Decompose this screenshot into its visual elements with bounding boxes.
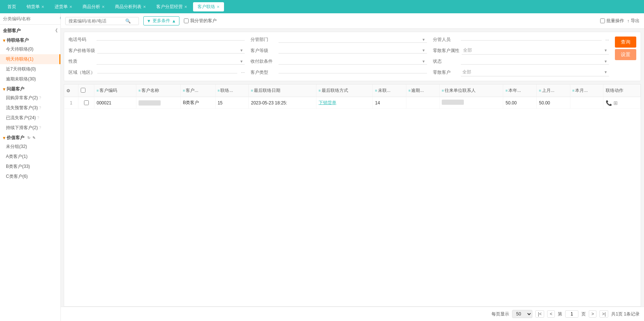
row-name: Ea bbox=[136, 97, 181, 109]
nav-close-icon[interactable]: ✕ bbox=[143, 5, 146, 9]
settings-button[interactable]: 设置 bbox=[615, 49, 636, 60]
sidebar-item-b-class[interactable]: B类客户(33) bbox=[0, 162, 60, 172]
col-name[interactable]: ≡客户名称 bbox=[136, 84, 181, 97]
export-button[interactable]: ↑ 导出 bbox=[627, 18, 640, 24]
settings-icon[interactable]: ⚙ bbox=[66, 88, 70, 93]
sidebar-item-tomorrow-contact[interactable]: 明天待联络(1) bbox=[0, 54, 60, 64]
query-button[interactable]: 查询 bbox=[615, 37, 636, 48]
filter-phone: 电话号码 bbox=[69, 37, 245, 43]
my-customers-checkbox[interactable]: 我分管的客户 bbox=[184, 18, 217, 24]
section-value-customers: ▾ 价值客户 ↻ ✎ bbox=[0, 133, 60, 142]
col-last-month[interactable]: ≡上月... bbox=[536, 84, 570, 97]
nav-home[interactable]: 首页 bbox=[3, 2, 21, 11]
nav-close-icon[interactable]: ✕ bbox=[41, 5, 44, 9]
nav-customer-contact[interactable]: 客户联络 ✕ bbox=[193, 2, 224, 11]
col-action[interactable]: 联络动作 bbox=[603, 84, 641, 97]
row-overdue bbox=[406, 97, 440, 109]
nav-customer-tier[interactable]: 客户分层经营 ✕ bbox=[152, 2, 192, 11]
filter-customer-type: 客户类型 bbox=[251, 69, 427, 76]
nav-product-analysis[interactable]: 商品分析 ✕ bbox=[78, 2, 109, 11]
filter-dept-select[interactable]: ▼ bbox=[279, 37, 427, 43]
more-filters-button[interactable]: ▼ 更多条件 ▲ bbox=[143, 16, 179, 25]
filter-person-input[interactable] bbox=[461, 39, 602, 41]
nav-product-analysis-list[interactable]: 商品分析列表 ✕ bbox=[111, 2, 150, 11]
filter-retail-customer-select[interactable]: 全部 ▼ bbox=[461, 68, 609, 76]
col-checkbox[interactable] bbox=[78, 84, 94, 97]
filter-phone-input[interactable] bbox=[97, 39, 245, 41]
col-last-date[interactable]: ≡最后联络日期 bbox=[249, 84, 316, 97]
col-last-method[interactable]: ≡最后联络方式 bbox=[316, 84, 372, 97]
prev-page-button[interactable]: < bbox=[547, 310, 555, 318]
col-contact-person[interactable]: ≡往来单位联系人 bbox=[440, 84, 503, 97]
row-not-contacted: 14 bbox=[373, 97, 406, 109]
action-grid-icon[interactable]: ⊞ bbox=[613, 100, 618, 106]
filter-person-dots[interactable]: ··· bbox=[605, 37, 609, 42]
sidebar-item-overdue-contact[interactable]: 逾期未联络(30) bbox=[0, 74, 60, 84]
nav-sales-order[interactable]: 销货单 ✕ bbox=[22, 2, 49, 11]
col-this-year[interactable]: ≡本年... bbox=[503, 84, 537, 97]
filter-customer-grade-select[interactable]: ▼ bbox=[279, 48, 427, 54]
filter-retail-customer: 零散客户 全部 ▼ bbox=[433, 68, 609, 76]
sidebar-item-a-class[interactable]: A类客户(1) bbox=[0, 152, 60, 162]
row-last-method[interactable]: 下销货单 bbox=[316, 97, 372, 109]
batch-check[interactable] bbox=[600, 18, 605, 23]
batch-operation-button[interactable]: 批量操作 bbox=[600, 18, 624, 24]
col-code[interactable]: ≡客户编码 bbox=[94, 84, 136, 97]
sidebar-item-ungrouped[interactable]: 未分组(32) bbox=[0, 142, 60, 152]
next-page-button[interactable]: > bbox=[589, 310, 596, 318]
nav-close-icon[interactable]: ✕ bbox=[217, 5, 220, 9]
col-this-month[interactable]: ≡本月... bbox=[570, 84, 603, 97]
filter-region-input[interactable] bbox=[97, 72, 237, 73]
search-input[interactable] bbox=[69, 18, 124, 24]
first-page-button[interactable]: |< bbox=[535, 310, 544, 318]
last-page-button[interactable]: >| bbox=[599, 310, 608, 318]
search-input-wrap[interactable]: 🔍 bbox=[65, 17, 139, 25]
filter-payment-label: 收付款条件 bbox=[251, 58, 276, 65]
sidebar-item-7days-contact[interactable]: 近7天待联络(0) bbox=[0, 64, 60, 74]
row-action: 📞 ⊞ bbox=[603, 97, 641, 109]
filter-region-dots[interactable]: ··· bbox=[241, 70, 245, 75]
nav-close-icon[interactable]: ✕ bbox=[102, 5, 105, 9]
filter-person: 分管人员 ··· bbox=[433, 37, 609, 43]
section-pending-contact: ▾ 待联络客户 bbox=[0, 35, 60, 44]
col-settings[interactable]: ⚙ bbox=[64, 84, 78, 97]
row-contact-count: 15 bbox=[215, 97, 249, 109]
action-phone-icon[interactable]: 📞 bbox=[606, 100, 612, 106]
sidebar-item-declining[interactable]: 持续下滑客户(2) ? bbox=[0, 123, 60, 133]
sidebar-search-input[interactable] bbox=[3, 16, 58, 21]
search-icon[interactable]: 🔍 bbox=[125, 18, 131, 24]
pagination: 每页显示 50 100 200 |< < 第 页 > >| 共1页 1条记录 bbox=[61, 307, 644, 321]
nav-close-icon[interactable]: ✕ bbox=[69, 5, 72, 9]
col-type[interactable]: ≡客户... bbox=[181, 84, 215, 97]
filter-retail-attr-select[interactable]: 全部 ▼ bbox=[462, 46, 609, 55]
page-label: 第 bbox=[558, 311, 562, 317]
nav-close-icon[interactable]: ✕ bbox=[184, 5, 187, 9]
filter-customer-type-select[interactable] bbox=[279, 72, 427, 73]
col-contact-count[interactable]: ≡联络... bbox=[215, 84, 249, 97]
filter-nature-select[interactable]: ▼ bbox=[97, 59, 245, 65]
select-all-checkbox[interactable] bbox=[81, 88, 85, 93]
filter-payment-select[interactable]: ▼ bbox=[279, 59, 427, 65]
sidebar-item-churn-warning[interactable]: 流失预警客户(3) ? bbox=[0, 103, 60, 113]
sidebar-all-customers[interactable]: 全部客户 《 bbox=[0, 25, 60, 35]
sidebar-item-abnormal-repurchase[interactable]: 回购异常客户(2) ? bbox=[0, 93, 60, 103]
row-type: B类客户 bbox=[181, 97, 215, 109]
filter-customer-grade-label: 客户等级 bbox=[251, 48, 276, 54]
collapse-icon[interactable]: 《 bbox=[53, 28, 57, 34]
sidebar-item-churned[interactable]: 已流失客户(24) ? bbox=[0, 113, 60, 123]
my-customers-check[interactable] bbox=[184, 18, 189, 23]
row-select-checkbox[interactable] bbox=[84, 100, 89, 105]
page-size-select[interactable]: 50 100 200 bbox=[512, 310, 532, 318]
nav-purchase-order[interactable]: 进货单 ✕ bbox=[50, 2, 77, 11]
total-records: 共1页 1条记录 bbox=[611, 311, 640, 317]
sidebar-item-c-class[interactable]: C类客户(6) bbox=[0, 172, 60, 182]
filter-status-select[interactable]: ▼ bbox=[461, 59, 609, 65]
col-overdue[interactable]: ≡逾期... bbox=[406, 84, 440, 97]
data-table-wrap: ⚙ ≡客户编码 ≡客户名称 ≡客户... ≡联络... ≡最后联络日期 ≡最后联… bbox=[64, 84, 641, 307]
sidebar-item-today-contact[interactable]: 今天待联络(0) bbox=[0, 44, 60, 54]
filter-price-grade-select[interactable]: ▼ bbox=[97, 48, 245, 54]
row-checkbox[interactable] bbox=[78, 97, 94, 109]
col-not-contacted[interactable]: ≡未联... bbox=[373, 84, 406, 97]
filter-row-3: 性质 ▼ 收付款条件 ▼ bbox=[69, 58, 609, 65]
page-input[interactable] bbox=[565, 310, 578, 318]
